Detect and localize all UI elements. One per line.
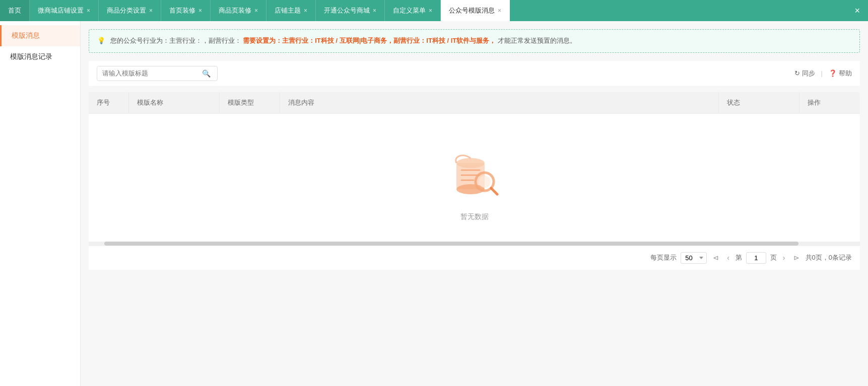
sidebar: 模版消息 模版消息记录 [0,21,81,386]
tab-product-category-close[interactable]: × [149,7,153,14]
tab-micro-shop-label: 微商城店铺设置 [38,6,84,15]
tab-home[interactable]: 首页 [0,0,30,21]
tab-shop-theme[interactable]: 店铺主题 × [266,0,316,21]
col-name: 模版名称 [129,92,220,113]
alert-suffix: 才能正常发送预置的消息。 [498,37,576,44]
col-action: 操作 [799,92,860,113]
per-page-label: 每页显示 [650,253,677,262]
col-type: 模版类型 [220,92,280,113]
tab-micro-shop[interactable]: 微商城店铺设置 × [30,0,99,21]
tab-micro-shop-close[interactable]: × [87,7,90,14]
tab-custom-menu[interactable]: 自定义菜单 × [385,0,441,21]
search-input[interactable] [97,66,198,80]
horizontal-scrollbar[interactable] [89,242,860,246]
main-layout: 模版消息 模版消息记录 💡 您的公众号行业为：主营行业：，副营行业： 需要设置为… [0,21,868,386]
toolbar-divider: | [821,69,823,77]
tab-home-label: 首页 [8,6,21,15]
tab-custom-menu-label: 自定义菜单 [393,6,426,15]
main-content: 💡 您的公众号行业为：主营行业：，副营行业： 需要设置为：主营行业：IT科技 /… [81,21,868,386]
tab-product-category[interactable]: 商品分类设置 × [99,0,161,21]
tab-product-decorate[interactable]: 商品页装修 × [211,0,266,21]
help-label: 帮助 [839,69,852,78]
per-page-select[interactable]: 10 20 50 100 [681,252,707,264]
data-table: 序号 模版名称 模版类型 消息内容 状态 操作 [89,92,860,270]
pagination-bar: 每页显示 10 20 50 100 ⊲ ‹ 第 页 › ⊳ 共0页，0条记录 [89,246,860,270]
prev-page-button[interactable]: ‹ [725,253,731,263]
tab-template-msg-label: 公众号模版消息 [449,6,495,15]
search-button[interactable]: 🔍 [198,66,215,81]
page-label-suf: 页 [770,253,777,262]
help-icon: ❓ [829,69,837,77]
tab-open-mall-close[interactable]: × [373,7,376,14]
tab-bar: 首页 微商城店铺设置 × 商品分类设置 × 首页装修 × 商品页装修 × 店铺主… [0,0,868,21]
tab-home-decorate-label: 首页装修 [169,6,195,15]
svg-point-7 [479,176,491,188]
sync-button[interactable]: ↻ 同步 [794,69,815,78]
alert-box: 💡 您的公众号行业为：主营行业：，副营行业： 需要设置为：主营行业：IT科技 /… [89,29,860,53]
empty-text: 暂无数据 [460,212,489,221]
table-header: 序号 模版名称 模版类型 消息内容 状态 操作 [89,92,860,114]
alert-icon: 💡 [97,37,105,44]
tab-product-category-label: 商品分类设置 [107,6,146,15]
alert-prefix: 您的公众号行业为：主营行业：，副营行业： [110,37,241,44]
tab-custom-menu-close[interactable]: × [429,7,432,14]
sync-label: 同步 [802,69,815,78]
tab-template-msg-close[interactable]: × [498,7,501,14]
page-label-pre: 第 [736,253,742,262]
sidebar-item-template-msg-records[interactable]: 模版消息记录 [0,46,80,67]
tab-home-decorate[interactable]: 首页装修 × [161,0,211,21]
search-box: 🔍 [97,66,218,81]
help-button[interactable]: ❓ 帮助 [829,69,852,78]
toolbar-right: ↻ 同步 | ❓ 帮助 [794,69,852,78]
tab-product-decorate-close[interactable]: × [254,7,258,14]
scrollbar-thumb[interactable] [104,242,798,246]
sync-icon: ↻ [794,69,800,77]
svg-line-8 [491,188,497,194]
col-status: 状态 [719,92,799,113]
alert-highlight: 需要设置为：主营行业：IT科技 / 互联网|电子商务，副营行业：IT科技 / I… [243,37,496,44]
tab-shop-theme-close[interactable]: × [304,7,307,14]
tab-product-decorate-label: 商品页装修 [219,6,251,15]
page-input[interactable] [746,252,766,264]
tab-open-mall-label: 开通公众号商城 [324,6,370,15]
tab-open-mall[interactable]: 开通公众号商城 × [316,0,385,21]
tab-bar-close-all[interactable]: × [846,6,868,16]
first-page-button[interactable]: ⊲ [711,253,721,263]
total-label: 共0页，0条记录 [806,253,852,262]
toolbar: 🔍 ↻ 同步 | ❓ 帮助 [89,61,860,86]
tab-shop-theme-label: 店铺主题 [275,6,301,15]
tab-home-decorate-close[interactable]: × [198,7,202,14]
col-index: 序号 [89,92,129,113]
empty-state: 暂无数据 [89,114,860,242]
last-page-button[interactable]: ⊳ [791,253,802,263]
sidebar-item-template-msg[interactable]: 模版消息 [0,25,80,46]
tab-template-msg[interactable]: 公众号模版消息 × [441,0,510,21]
next-page-button[interactable]: › [781,253,787,263]
empty-illustration [444,144,505,204]
col-content: 消息内容 [280,92,719,113]
